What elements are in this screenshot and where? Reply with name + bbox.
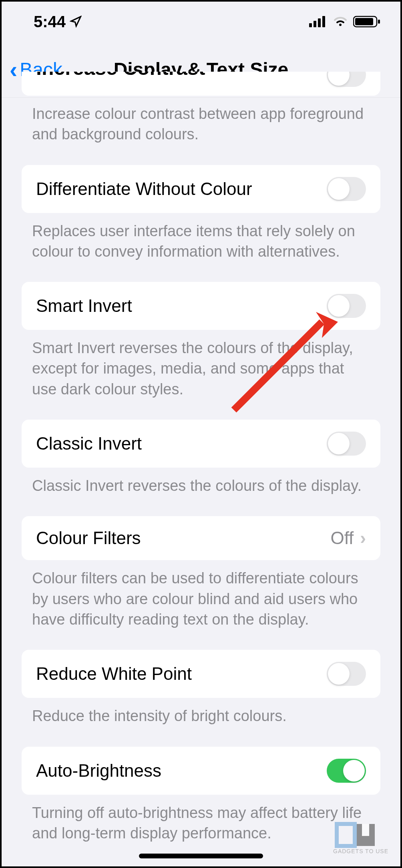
setting-row-classic-invert[interactable]: Classic Invert xyxy=(22,420,380,468)
toggle-knob xyxy=(328,72,350,86)
setting-description: Replaces user interface items that rely … xyxy=(22,213,380,262)
time-label: 5:44 xyxy=(34,13,66,31)
setting-description: Turning off auto-brightness may affect b… xyxy=(22,795,380,844)
toggle-knob xyxy=(328,663,350,685)
toggle-knob xyxy=(328,178,350,200)
setting-label: Colour Filters xyxy=(36,528,141,548)
setting-description: Classic Invert reverses the colours of t… xyxy=(22,468,380,496)
toggle-knob xyxy=(343,760,365,782)
setting-row-increase-contrast[interactable]: Increase Contrast xyxy=(22,72,380,96)
nav-row: Off › xyxy=(330,528,366,548)
svg-rect-1 xyxy=(314,21,316,27)
svg-rect-5 xyxy=(355,18,373,25)
wifi-icon xyxy=(332,16,348,27)
watermark-text: GADGETS TO USE xyxy=(333,848,388,854)
setting-row-colour-filters[interactable]: Colour Filters Off › xyxy=(22,516,380,560)
watermark-logo-icon xyxy=(335,820,387,848)
setting-group-colour-filters: Colour Filters Off › Colour filters can … xyxy=(22,516,380,630)
location-icon xyxy=(70,16,82,28)
toggle-differentiate[interactable] xyxy=(327,177,366,201)
setting-value: Off xyxy=(330,528,354,548)
toggle-auto-brightness[interactable] xyxy=(327,759,366,783)
toggle-reduce-white-point[interactable] xyxy=(327,662,366,686)
setting-group-classic-invert: Classic Invert Classic Invert reverses t… xyxy=(22,420,380,496)
toggle-knob xyxy=(328,295,350,317)
toggle-classic-invert[interactable] xyxy=(327,432,366,456)
setting-description: Colour filters can be used to differenti… xyxy=(22,560,380,630)
setting-group-reduce-white-point: Reduce White Point Reduce the intensity … xyxy=(22,650,380,726)
setting-label: Auto-Brightness xyxy=(36,761,161,781)
svg-rect-10 xyxy=(337,824,355,846)
svg-rect-12 xyxy=(362,824,369,836)
status-time: 5:44 xyxy=(34,13,82,31)
setting-row-smart-invert[interactable]: Smart Invert xyxy=(22,282,380,330)
svg-rect-2 xyxy=(318,18,321,27)
svg-rect-3 xyxy=(322,16,325,27)
setting-label: Increase Contrast xyxy=(36,72,205,80)
setting-row-auto-brightness[interactable]: Auto-Brightness xyxy=(22,747,380,795)
setting-description: Increase colour contrast between app for… xyxy=(22,96,380,145)
setting-description: Reduce the intensity of bright colours. xyxy=(22,698,380,726)
setting-row-differentiate[interactable]: Differentiate Without Colour xyxy=(22,165,380,213)
setting-group-smart-invert: Smart Invert Smart Invert reverses the c… xyxy=(22,282,380,400)
status-bar: 5:44 xyxy=(2,2,400,42)
setting-label: Classic Invert xyxy=(36,434,142,454)
setting-description: Smart Invert reverses the colours of the… xyxy=(22,330,380,400)
svg-rect-0 xyxy=(309,23,312,27)
setting-label: Smart Invert xyxy=(36,296,132,316)
setting-row-reduce-white-point[interactable]: Reduce White Point xyxy=(22,650,380,698)
setting-group-auto-brightness: Auto-Brightness Turning off auto-brightn… xyxy=(22,747,380,844)
setting-label: Differentiate Without Colour xyxy=(36,179,252,199)
battery-icon xyxy=(353,15,380,28)
chevron-right-icon: › xyxy=(360,528,366,548)
home-indicator[interactable] xyxy=(139,854,263,858)
watermark: GADGETS TO USE xyxy=(333,820,388,854)
toggle-increase-contrast[interactable] xyxy=(327,72,366,87)
setting-group-differentiate: Differentiate Without Colour Replaces us… xyxy=(22,165,380,262)
svg-rect-6 xyxy=(378,20,380,24)
cellular-icon xyxy=(309,16,328,27)
toggle-knob xyxy=(328,433,350,454)
setting-label: Reduce White Point xyxy=(36,664,192,684)
setting-group-increase-contrast: Increase Contrast Increase colour contra… xyxy=(22,72,380,145)
status-icons xyxy=(309,15,380,28)
toggle-smart-invert[interactable] xyxy=(327,294,366,318)
